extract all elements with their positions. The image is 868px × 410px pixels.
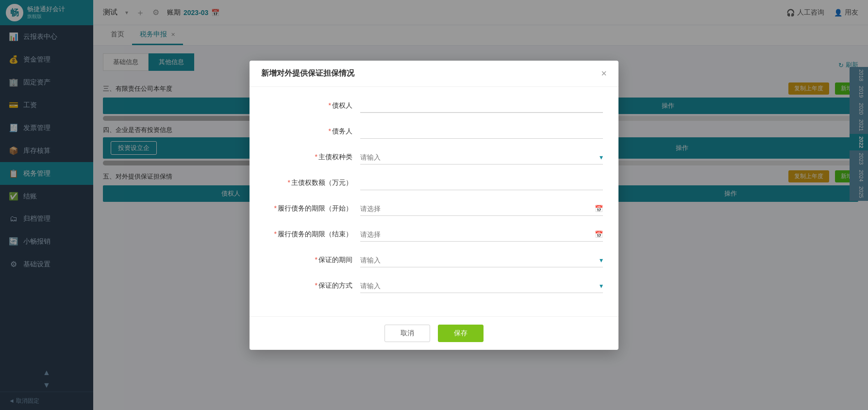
creditor-type-select-wrap: ▾ [360,150,603,164]
modal-overlay[interactable]: 新增对外提供保证担保情况 × *债权人 *债务人 [0,0,868,410]
guarantee-method-label: *保证的方式 [265,281,352,290]
modal-body: *债权人 *债务人 *主债权种类 [250,87,618,316]
debt-end-label: *履行债务的期限（结束） [265,230,352,239]
debt-end-input[interactable] [360,228,595,241]
creditor-amount-input-wrap [360,176,603,190]
modal-title: 新增对外提供保证担保情况 [261,68,354,79]
creditor-type-input[interactable] [360,150,600,164]
guarantee-period-arrow-icon[interactable]: ▾ [600,256,603,264]
debt-start-input[interactable] [360,202,595,215]
form-row-creditor-amount: *主债权数额（万元） [265,176,603,190]
guarantee-period-label: *保证的期间 [265,256,352,264]
debt-end-date-wrap: 📅 [360,228,603,242]
form-row-debtor: *债务人 [265,125,603,139]
modal-footer: 取消 保存 [250,316,618,350]
creditor-type-label: *主债权种类 [265,153,352,162]
debtor-label: *债务人 [265,127,352,136]
creditor-input-wrap [360,98,603,113]
guarantee-method-input[interactable] [360,279,600,293]
creditor-label: *债权人 [265,101,352,110]
form-row-creditor: *债权人 [265,98,603,113]
creditor-amount-label: *主债权数额（万元） [265,179,352,187]
debt-end-calendar-icon[interactable]: 📅 [595,230,603,238]
guarantee-period-select-wrap: ▾ [360,253,603,267]
debt-start-label: *履行债务的期限（开始） [265,204,352,213]
form-row-guarantee-period: *保证的期间 ▾ [265,253,603,267]
form-row-guarantee-method: *保证的方式 ▾ [265,279,603,293]
form-row-creditor-type: *主债权种类 ▾ [265,150,603,164]
debtor-input-wrap [360,125,603,139]
creditor-input[interactable] [360,98,603,113]
creditor-type-arrow-icon[interactable]: ▾ [600,153,603,161]
form-row-debt-start: *履行债务的期限（开始） 📅 [265,202,603,216]
modal: 新增对外提供保证担保情况 × *债权人 *债务人 [250,61,618,350]
debt-start-date-wrap: 📅 [360,202,603,216]
creditor-amount-input[interactable] [360,176,603,190]
guarantee-method-select-wrap: ▾ [360,279,603,293]
form-row-debt-end: *履行债务的期限（结束） 📅 [265,228,603,242]
save-button[interactable]: 保存 [438,325,484,342]
debtor-input[interactable] [360,125,603,139]
modal-header: 新增对外提供保证担保情况 × [250,61,618,87]
cancel-button[interactable]: 取消 [384,325,430,342]
guarantee-method-arrow-icon[interactable]: ▾ [600,282,603,290]
debt-start-calendar-icon[interactable]: 📅 [595,205,603,213]
guarantee-period-input[interactable] [360,253,600,267]
modal-close-button[interactable]: × [601,68,607,78]
